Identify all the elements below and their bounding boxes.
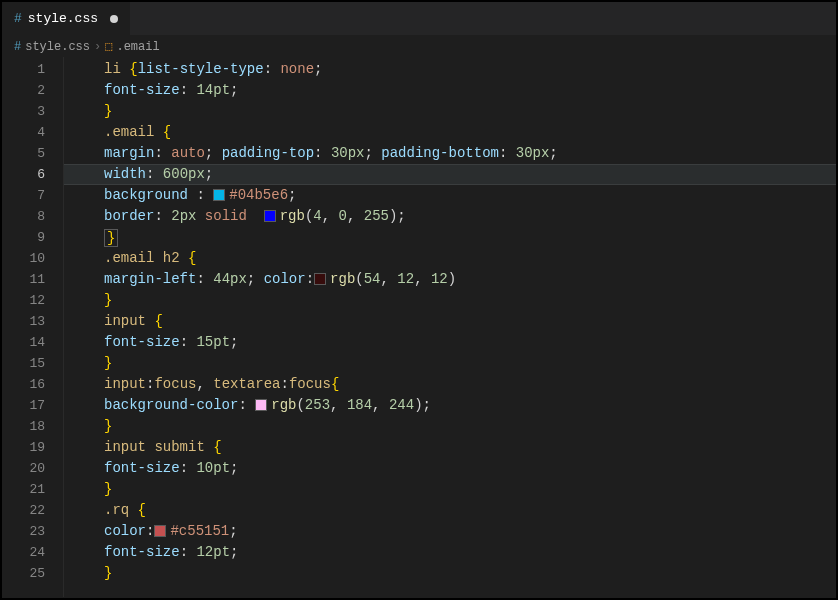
code-line[interactable]: } [72,353,836,374]
code-line[interactable]: } [72,101,836,122]
token [247,206,264,227]
color-swatch-icon[interactable] [255,399,267,411]
token: ); [414,395,431,416]
token: } [104,353,112,374]
code-line[interactable]: font-size: 10pt; [72,458,836,479]
token: focus [289,374,331,395]
token: 12 [397,269,414,290]
token: : [154,206,171,227]
code-line[interactable]: font-size: 12pt; [72,542,836,563]
line-number: 23 [2,521,45,542]
token: ; [205,143,222,164]
code-line[interactable]: background : #04b5e6; [72,185,836,206]
token: : [180,542,197,563]
code-line[interactable]: font-size: 15pt; [72,332,836,353]
dirty-indicator-icon [110,15,118,23]
token: , [330,395,347,416]
token: { [129,59,137,80]
token: rgb [280,206,305,227]
line-number: 1 [2,59,45,80]
token: } [104,101,112,122]
code-line[interactable]: } [72,416,836,437]
token: } [104,290,112,311]
color-swatch-icon[interactable] [264,210,276,222]
file-tab[interactable]: # style.css [2,2,131,35]
code-line[interactable]: input { [72,311,836,332]
token: ; [230,80,238,101]
token: input [104,374,146,395]
code-line[interactable]: margin: auto; padding-top: 30px; padding… [72,143,836,164]
code-line[interactable]: width: 600px; [64,164,836,185]
color-swatch-icon[interactable] [213,189,225,201]
class-symbol-icon: ⬚ [105,39,112,54]
css-file-icon: # [14,40,21,54]
line-number: 8 [2,206,45,227]
token: solid [205,206,247,227]
token: : [146,374,154,395]
code-line[interactable]: color:#c55151; [72,521,836,542]
token: width [104,164,146,185]
line-number: 15 [2,353,45,374]
token: 255 [364,206,389,227]
color-swatch-icon[interactable] [154,525,166,537]
token: #04b5e6 [229,185,288,206]
line-number: 3 [2,101,45,122]
token: color [104,521,146,542]
code-line[interactable]: .email h2 { [72,248,836,269]
token: font-size [104,542,180,563]
code-line[interactable]: input submit { [72,437,836,458]
code-line[interactable]: .email { [72,122,836,143]
token: ; [230,458,238,479]
token: { [163,122,171,143]
line-number: 9 [2,227,45,248]
token: : [180,458,197,479]
code-line[interactable]: li {list-style-type: none; [72,59,836,80]
code-line[interactable]: } [72,563,836,584]
token: focus [154,374,196,395]
code-area[interactable]: li {list-style-type: none;font-size: 14p… [64,57,836,597]
token: ; [549,143,557,164]
chevron-right-icon: › [94,40,101,54]
token: { [213,437,221,458]
token: , [372,395,389,416]
token: input submit [104,437,213,458]
line-number: 2 [2,80,45,101]
breadcrumb-symbol: .email [116,40,159,54]
line-number: 16 [2,374,45,395]
token: 244 [389,395,414,416]
token: } [104,416,112,437]
token: ( [355,269,363,290]
token: { [138,500,146,521]
code-line[interactable]: } [72,227,836,248]
tab-bar: # style.css [2,2,836,36]
code-line[interactable]: background-color: rgb(253, 184, 244); [72,395,836,416]
code-line[interactable]: border: 2px solid rgb(4, 0, 255); [72,206,836,227]
breadcrumb[interactable]: # style.css › ⬚ .email [2,36,836,57]
token: : [306,269,314,290]
token: } [104,479,112,500]
line-number: 10 [2,248,45,269]
token: : [196,269,213,290]
code-line[interactable]: } [72,290,836,311]
token: ; [229,521,237,542]
token: ; [314,59,322,80]
code-editor[interactable]: 1234567891011121314151617181920212223242… [2,57,836,597]
code-line[interactable]: margin-left: 44px; color:rgb(54, 12, 12) [72,269,836,290]
token: font-size [104,458,180,479]
token [196,206,204,227]
line-number-gutter: 1234567891011121314151617181920212223242… [2,57,64,597]
token: padding-top [222,143,314,164]
token: , [322,206,339,227]
line-number: 7 [2,185,45,206]
code-line[interactable]: } [72,479,836,500]
code-line[interactable]: input:focus, textarea:focus{ [72,374,836,395]
line-number: 21 [2,479,45,500]
token: 12pt [196,542,230,563]
token: 30px [516,143,550,164]
code-line[interactable]: .rq { [72,500,836,521]
token: : [280,374,288,395]
token: ; [205,164,213,185]
color-swatch-icon[interactable] [314,273,326,285]
line-number: 4 [2,122,45,143]
code-line[interactable]: font-size: 14pt; [72,80,836,101]
